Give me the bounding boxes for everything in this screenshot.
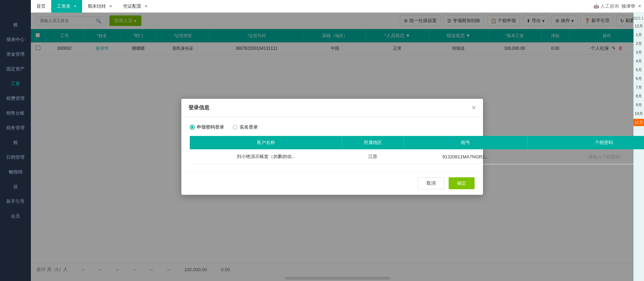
month-item-may[interactable]: 5月 — [633, 66, 644, 74]
tab-period[interactable]: 期末结转 × — [82, 0, 118, 13]
month-item-nov[interactable]: 11月 — [633, 119, 644, 126]
ai-consult[interactable]: 🤖 人工咨询 — [593, 3, 619, 9]
login-table-row: 刘小艳演示账套（勿删勿动... 江苏 91320811MA7NGR2... — [190, 149, 644, 164]
radio-password-label: 申报密码登录 — [197, 124, 224, 130]
col-tax-no: 税号 — [403, 136, 528, 149]
tax-no-cell: 91320811MA7NGR2... — [403, 149, 528, 164]
modal-header: 登录信息 ✕ — [181, 99, 483, 117]
sidebar-item-sales[interactable]: 销售台账 — [0, 106, 31, 121]
cancel-button[interactable]: 取消 — [418, 177, 444, 189]
sidebar-item-asset[interactable]: 固定资产 — [0, 62, 31, 76]
sidebar-item-ledger[interactable]: 账 — [0, 135, 31, 150]
modal-overlay: 登录信息 ✕ 申报密码登录 实名登录 客户名称 — [31, 13, 633, 281]
month-item-jan[interactable]: 1月 — [633, 31, 644, 39]
tab-salary-close[interactable]: × — [74, 0, 76, 13]
sidebar-item-report[interactable]: 报表中心 — [0, 32, 31, 47]
top-nav: 首页 工资表 × 期末结转 × 凭证配置 × 🤖 人工咨询 徐泽华 × — [31, 0, 644, 13]
tax-password-input[interactable] — [532, 154, 644, 159]
sidebar-item-archive[interactable]: 日档管理 — [0, 150, 31, 165]
month-item-mar[interactable]: 3月 — [633, 49, 644, 56]
confirm-button[interactable]: 确定 — [449, 177, 475, 189]
login-info-modal: 登录信息 ✕ 申报密码登录 实名登录 客户名称 — [181, 99, 483, 195]
close-btn[interactable]: × — [638, 3, 641, 9]
year-label: 2023.11 — [632, 15, 644, 21]
sidebar: 账 报表中心 资金管理 固定资产 工资 税费管理 销售台账 税务管理 账 日档管… — [0, 0, 31, 281]
modal-title: 登录信息 — [188, 104, 209, 111]
tab-home[interactable]: 首页 — [31, 0, 51, 13]
sidebar-item-guide[interactable]: 新手引导 — [0, 194, 31, 209]
customer-name-cell: 刘小艳演示账套（勿删勿动... — [190, 149, 342, 164]
user-name: 徐泽华 — [622, 3, 635, 9]
month-item-sep[interactable]: 9月 — [633, 101, 644, 109]
radio-realname-circle — [233, 125, 237, 130]
radio-realname-login[interactable]: 实名登录 — [233, 124, 258, 130]
col-customer-name: 客户名称 — [190, 136, 342, 149]
sidebar-item-member[interactable]: 会员 — [0, 209, 31, 224]
modal-close-button[interactable]: ✕ — [471, 104, 476, 111]
sidebar-item-taxfee[interactable]: 税费管理 — [0, 91, 31, 106]
month-item-jun[interactable]: 6月 — [633, 75, 644, 82]
tax-password-cell[interactable] — [528, 149, 644, 164]
month-item-dec[interactable]: 12月 — [633, 22, 644, 30]
month-item-oct[interactable]: 10月 — [633, 110, 644, 117]
sidebar-item-taxmgmt[interactable]: 税务管理 — [0, 121, 31, 135]
radio-password-dot — [191, 126, 193, 128]
sidebar-item-settings[interactable]: 设 — [0, 179, 31, 194]
sidebar-item-account[interactable]: 账 — [0, 18, 31, 32]
sidebar-item-salary[interactable]: 工资 — [0, 76, 31, 91]
region-cell: 江苏 — [342, 149, 403, 164]
sidebar-item-fund[interactable]: 资金管理 — [0, 47, 31, 62]
col-region: 所属地区 — [342, 136, 403, 149]
tab-voucher[interactable]: 凭证配置 × — [118, 0, 153, 13]
tab-period-close[interactable]: × — [109, 0, 112, 13]
month-item-apr[interactable]: 4月 — [633, 57, 644, 65]
month-item-feb[interactable]: 2月 — [633, 40, 644, 47]
radio-group: 申报密码登录 实名登录 — [190, 124, 475, 130]
month-item-aug[interactable]: 8月 — [633, 92, 644, 100]
login-table: 客户名称 所属地区 税号 个税密码 刘小艳演示账套（勿删勿动... 江苏 913… — [190, 136, 644, 164]
tab-salary[interactable]: 工资表 × — [51, 0, 82, 13]
tab-voucher-close[interactable]: × — [145, 0, 147, 13]
radio-realname-label: 实名登录 — [240, 124, 258, 130]
radio-password-login[interactable]: 申报密码登录 — [190, 124, 224, 130]
modal-body: 申报密码登录 实名登录 客户名称 所属地区 税号 个税密码 — [181, 117, 483, 171]
sidebar-item-expense[interactable]: 畅报销 — [0, 165, 31, 179]
month-item-jul[interactable]: 7月 — [633, 84, 644, 91]
modal-footer: 取消 确定 — [181, 171, 483, 195]
radio-password-circle — [190, 125, 195, 130]
col-tax-password: 个税密码 — [528, 136, 644, 149]
